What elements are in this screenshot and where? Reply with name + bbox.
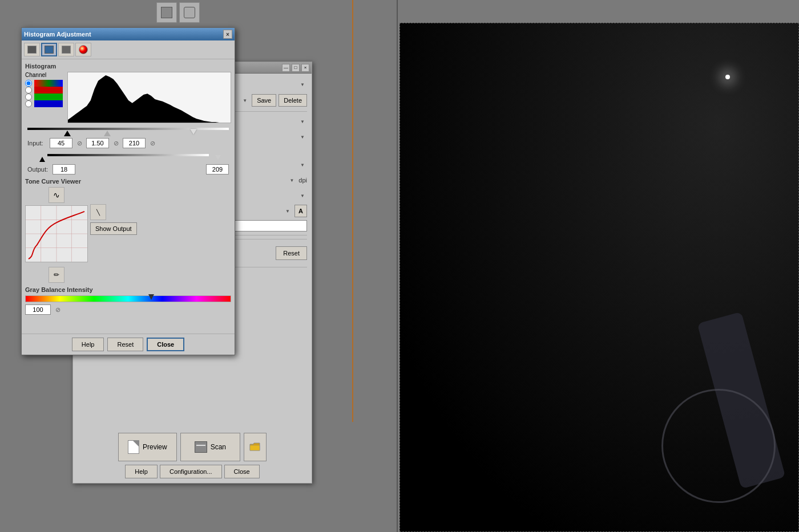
channel-row-blue	[25, 100, 63, 107]
preview-scan-row: Preview Scan	[78, 433, 307, 461]
eyedropper-gray-button[interactable]: ⊘	[111, 139, 120, 148]
output-gradient-bar	[47, 154, 208, 156]
main-window-controls: — □ ×	[282, 64, 309, 72]
pencil-curve-button[interactable]: ✏	[49, 267, 64, 283]
close-main-button[interactable]: Close	[224, 465, 260, 478]
preview-label: Preview	[143, 443, 167, 451]
input-gamma-value[interactable]	[86, 138, 109, 148]
dialog-close-button[interactable]: ×	[223, 30, 232, 39]
channel-radio-blue[interactable]	[25, 100, 32, 107]
close-dialog-button[interactable]: Close	[147, 338, 184, 351]
sphere-icon	[79, 45, 88, 54]
preview-button[interactable]: Preview	[118, 433, 177, 461]
channel-bar-red	[34, 87, 63, 94]
histogram-section: Histogram Channel	[25, 63, 231, 123]
dpi-unit-label: dpi	[298, 177, 307, 184]
histogram-graph	[67, 72, 231, 123]
tone-curve-section: Tone Curve Viewer ∿	[25, 178, 231, 283]
input-white-value[interactable]	[123, 138, 146, 148]
toolbar-sphere-button[interactable]	[75, 43, 91, 56]
folder-icon	[249, 442, 261, 452]
input-slider-triangles	[27, 128, 229, 137]
channels-panel: Channel	[25, 72, 63, 123]
gray-input-handle[interactable]	[104, 131, 111, 136]
output-section: Output:	[25, 154, 231, 176]
gray-balance-title: Gray Balance Intensity	[25, 286, 231, 293]
input-black-value[interactable]	[50, 138, 72, 148]
output-black-value[interactable]	[53, 164, 75, 174]
toolbar-color-button[interactable]	[58, 43, 74, 56]
black-input-handle[interactable]	[64, 131, 71, 136]
black-output-handle[interactable]	[39, 157, 45, 162]
gray-balance-handle[interactable]	[148, 294, 154, 300]
channel-radio-red[interactable]	[25, 87, 32, 94]
dialog-title: Histogram Adjustment	[24, 31, 91, 38]
output-values-row: Output:	[25, 163, 231, 176]
channel-row-green	[25, 94, 63, 100]
minimize-button[interactable]: —	[282, 64, 290, 72]
toolbar-curve-button[interactable]	[41, 43, 57, 56]
save-preset-button[interactable]: Save	[252, 94, 276, 107]
maximize-button[interactable]: □	[292, 64, 300, 72]
preview-divider	[397, 0, 398, 532]
histogram-content: Channel	[25, 72, 231, 123]
tone-curve-svg	[26, 206, 87, 262]
image-light-spot	[725, 75, 730, 79]
scan-label: Scan	[211, 443, 226, 451]
eyedropper-black-button[interactable]: ⊘	[75, 139, 84, 148]
gray-balance-value-row: ⊘	[25, 304, 231, 315]
histogram-section-title: Histogram	[25, 63, 231, 70]
output-white-value[interactable]	[206, 164, 229, 174]
curve-icon	[45, 46, 54, 54]
input-gradient-bar	[27, 128, 229, 130]
font-button[interactable]: A	[294, 205, 307, 217]
channel-radio-green[interactable]	[25, 94, 32, 100]
save-folder-button[interactable]	[244, 433, 267, 461]
channel-radio-rgb[interactable]	[25, 80, 32, 87]
gray-balance-input[interactable]	[25, 304, 51, 315]
curve-tool-button[interactable]: ∿	[49, 187, 64, 203]
help-main-button[interactable]: Help	[125, 465, 158, 478]
delete-preset-button[interactable]: Delete	[279, 94, 307, 107]
desktop-icon-1[interactable]	[156, 2, 177, 23]
channel-row-rgb	[25, 80, 63, 87]
tone-curve-viewer: ∿	[25, 187, 231, 283]
gray-balance-slider[interactable]	[25, 295, 231, 302]
input-section: Input: ⊘ ⊘ ⊘	[25, 128, 231, 149]
eyedropper-white-button[interactable]: ⊘	[148, 139, 157, 148]
white-output-handle[interactable]	[215, 155, 221, 160]
dialog-body: Histogram Channel	[22, 59, 235, 323]
channel-bar-green	[34, 94, 63, 100]
channel-label: Channel	[25, 72, 63, 78]
dialog-titlebar: Histogram Adjustment ×	[22, 28, 235, 40]
bottom-buttons: Preview Scan Help Configuration... Close	[78, 433, 307, 478]
curve-preset-button[interactable]: ╲	[90, 204, 106, 220]
scan-icon	[195, 441, 207, 453]
output-label: Output:	[27, 166, 50, 173]
close-button[interactable]: ×	[301, 64, 309, 72]
show-output-button[interactable]: Show Output	[90, 222, 137, 235]
histogram-adjustment-dialog: Histogram Adjustment × Histogram Channel	[21, 27, 235, 355]
input-values-row: Input: ⊘ ⊘ ⊘	[25, 137, 231, 149]
gray-balance-eyedropper[interactable]: ⊘	[53, 305, 62, 314]
reset-main-button[interactable]: Reset	[276, 246, 307, 260]
channel-bar-blue	[34, 100, 63, 107]
gray-balance-section: Gray Balance Intensity ⊘	[25, 286, 231, 315]
scan-button[interactable]: Scan	[180, 433, 240, 461]
reset-dialog-button[interactable]: Reset	[107, 338, 143, 351]
dialog-toolbar	[22, 40, 235, 59]
tone-curve-left: ∿	[25, 187, 88, 283]
channel-bar-rgb	[34, 80, 63, 87]
crop-guide-line	[352, 0, 353, 422]
toolbar-image-button[interactable]	[24, 43, 40, 56]
desktop-icon-2[interactable]	[179, 2, 200, 23]
white-input-handle[interactable]	[190, 129, 197, 135]
image-preview-area	[400, 23, 799, 532]
help-config-row: Help Configuration... Close	[78, 465, 307, 478]
configuration-button[interactable]: Configuration...	[160, 465, 222, 478]
dialog-bottom-buttons: Help Reset Close	[22, 334, 235, 355]
tone-curve-graph	[25, 205, 88, 262]
tone-curve-right: ╲ Show Output	[90, 204, 137, 235]
help-dialog-button[interactable]: Help	[72, 338, 104, 351]
input-label: Input:	[27, 140, 47, 147]
